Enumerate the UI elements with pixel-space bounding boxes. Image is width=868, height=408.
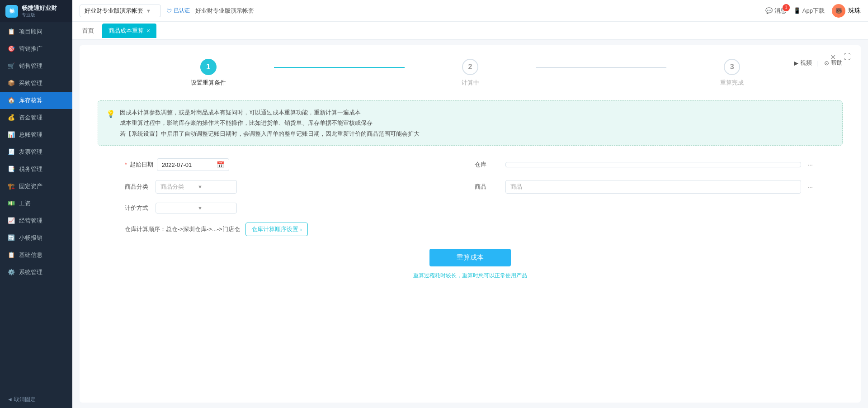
recalc-btn-label: 重算成本: [457, 253, 484, 261]
chevron-right-icon: ›: [300, 226, 302, 233]
warehouse-label: 仓库: [475, 161, 502, 169]
message-icon: 💬: [765, 7, 773, 14]
sidebar-item-sales[interactable]: 🛒 销售管理: [0, 57, 72, 75]
category-placeholder: 商品分类: [160, 183, 195, 191]
account-name: 好业财专业版演示帐套: [85, 7, 143, 15]
content-wrapper: ▶ 视频 | ⊙ 帮助 ✕ ⛶ 1 设置重算: [80, 45, 861, 403]
verified-badge: 🛡 已认证: [166, 7, 190, 14]
sidebar-item-label: 系统管理: [19, 268, 42, 276]
sidebar-item-system[interactable]: ⚙️ 系统管理: [0, 264, 72, 281]
page-container: ▶ 视频 | ⊙ 帮助 ✕ ⛶ 1 设置重算: [72, 40, 868, 408]
goods-more-btn[interactable]: ···: [805, 182, 816, 191]
invoice-icon: 🧾: [7, 148, 15, 156]
app-label: App下载: [802, 7, 825, 15]
start-date-input[interactable]: [162, 161, 214, 168]
sidebar-item-project[interactable]: 📋 项目顾问: [0, 23, 72, 40]
category-col: 商品分类 商品分类 ▼: [125, 180, 466, 194]
sidebar-item-label: 小畅报销: [19, 234, 42, 242]
sidebar-item-label: 营销推广: [19, 45, 42, 53]
avatar-text: 🐻: [835, 8, 842, 14]
form-row-3: 计价方式 ▼: [125, 203, 816, 213]
sidebar-item-label: 销售管理: [19, 62, 42, 70]
avatar: 🐻: [832, 4, 845, 18]
sidebar-item-expense[interactable]: 🔄 小畅报销: [0, 229, 72, 247]
message-button[interactable]: 💬 消息 1: [765, 7, 786, 15]
assets-icon: 🏗️: [7, 182, 15, 190]
step-label-1: 设置重算条件: [191, 79, 226, 87]
sidebar-item-tax[interactable]: 📑 税务管理: [0, 161, 72, 178]
stepper: 1 设置重算条件 2 计算中 3: [98, 59, 843, 87]
user-avatar-button[interactable]: 🐻 珠珠: [832, 4, 861, 18]
step-3: 3 重算完成: [666, 59, 797, 87]
tax-icon: 📑: [7, 165, 15, 173]
info-line-3: 若【系统设置】中启用了自动调整记账日期时，会调整入库单的整单记账日期，因此重新计…: [120, 128, 420, 139]
app-download-button[interactable]: 📱 App下载: [793, 7, 825, 15]
sidebar-unpin[interactable]: ◄ 取消固定: [0, 391, 72, 408]
info-content: 因成本计算参数调整，或是对商品成本有疑问时，可以通过成本重算功能，重新计算一遍成…: [120, 107, 420, 139]
project-icon: 📋: [7, 28, 15, 36]
sidebar-item-label: 采购管理: [19, 79, 42, 87]
sidebar-item-purchase[interactable]: 📦 采购管理: [0, 75, 72, 92]
verified-text: 已认证: [174, 7, 190, 14]
tabs-bar: 首页 商品成本重算 ×: [72, 22, 868, 40]
info-line-1: 因成本计算参数调整，或是对商品成本有疑问时，可以通过成本重算功能，重新计算一遍成…: [120, 107, 420, 118]
home-tab-label: 首页: [82, 27, 94, 35]
sidebar-item-payroll[interactable]: 💵 工资: [0, 195, 72, 212]
expense-icon: 🔄: [7, 234, 15, 242]
tab-label: 商品成本重算: [108, 27, 144, 35]
connector-line: [274, 67, 405, 68]
step-2: 2 计算中: [405, 59, 536, 87]
tab-cost-recalc[interactable]: 商品成本重算 ×: [102, 24, 156, 38]
expand-page-button[interactable]: ⛶: [841, 51, 854, 63]
unpin-label: ◄ 取消固定: [7, 396, 36, 403]
sidebar-header: 畅 畅捷通好业财 专业版: [0, 0, 72, 23]
finance-icon: 💰: [7, 114, 15, 122]
submit-area: 重算成本 重算过程耗时较长，重算时您可以正常使用产品: [98, 249, 843, 280]
sidebar-item-inventory[interactable]: 🏠 库存核算: [0, 92, 72, 109]
pricing-select[interactable]: ▼: [156, 203, 237, 213]
sidebar-item-invoice[interactable]: 🧾 发票管理: [0, 143, 72, 161]
goods-col: 商品 商品 ···: [475, 180, 816, 194]
goods-input[interactable]: 商品: [505, 180, 801, 194]
pricing-col: 计价方式 ▼: [125, 203, 466, 213]
sidebar-item-accounting[interactable]: 📊 总账管理: [0, 126, 72, 143]
warehouse-setting-button[interactable]: 仓库计算顺序设置 ›: [245, 223, 308, 236]
sidebar-item-label: 库存核算: [19, 96, 42, 104]
sidebar-item-operation[interactable]: 📈 经营管理: [0, 212, 72, 229]
sidebar-item-finance[interactable]: 💰 资金管理: [0, 109, 72, 126]
topbar: 好业财专业版演示帐套 ▼ 🛡 已认证 好业财专业版演示帐套 💬 消息 1 📱 A…: [72, 0, 868, 22]
warehouse-input[interactable]: [505, 162, 801, 167]
recalc-button[interactable]: 重算成本: [429, 249, 511, 266]
warehouse-setting-label: 仓库计算顺序设置: [251, 225, 298, 233]
category-select[interactable]: 商品分类 ▼: [156, 180, 237, 194]
step-circle-2: 2: [462, 59, 478, 75]
step-label-2: 计算中: [462, 79, 479, 87]
sidebar-item-label: 资金管理: [19, 114, 42, 122]
message-badge: 1: [783, 4, 790, 11]
operation-icon: 📈: [7, 217, 15, 225]
sidebar-item-assets[interactable]: 🏗️ 固定资产: [0, 178, 72, 195]
warehouse-more-btn[interactable]: ···: [805, 160, 816, 169]
sidebar-item-label: 税务管理: [19, 165, 42, 173]
tab-home[interactable]: 首页: [76, 24, 100, 38]
warehouse-order-label: 仓库计算顺序：总仓->深圳仓库->...->门店仓: [125, 225, 240, 233]
recalc-note: 重算过程耗时较长，重算时您可以正常使用产品: [413, 272, 527, 280]
phone-icon: 📱: [793, 7, 801, 14]
sidebar-scroll: 📋 项目顾问 🎯 营销推广 🛒 销售管理 📦 采购管理 🏠 库存核算 💰 资金管…: [0, 23, 72, 391]
sidebar-item-marketing[interactable]: 🎯 营销推广: [0, 40, 72, 57]
accounting-icon: 📊: [7, 131, 15, 139]
sidebar-item-label: 经营管理: [19, 217, 42, 225]
calendar-icon[interactable]: 📅: [217, 161, 224, 168]
warehouse-order-row: 仓库计算顺序：总仓->深圳仓库->...->门店仓 仓库计算顺序设置 ›: [98, 223, 843, 236]
chevron-down-icon-2: ▼: [198, 205, 232, 211]
account-selector[interactable]: 好业财专业版演示帐套 ▼: [80, 5, 161, 17]
username-label: 珠珠: [848, 7, 861, 15]
tab-close-icon[interactable]: ×: [146, 27, 150, 34]
sidebar-item-label: 工资: [19, 199, 31, 208]
step-circle-3: 3: [724, 59, 740, 75]
date-input-wrap[interactable]: 📅: [157, 158, 229, 171]
step-circle-1: 1: [200, 59, 217, 75]
required-star: *: [125, 161, 127, 168]
sidebar-item-base[interactable]: 📋 基础信息: [0, 247, 72, 264]
purchase-icon: 📦: [7, 79, 15, 87]
